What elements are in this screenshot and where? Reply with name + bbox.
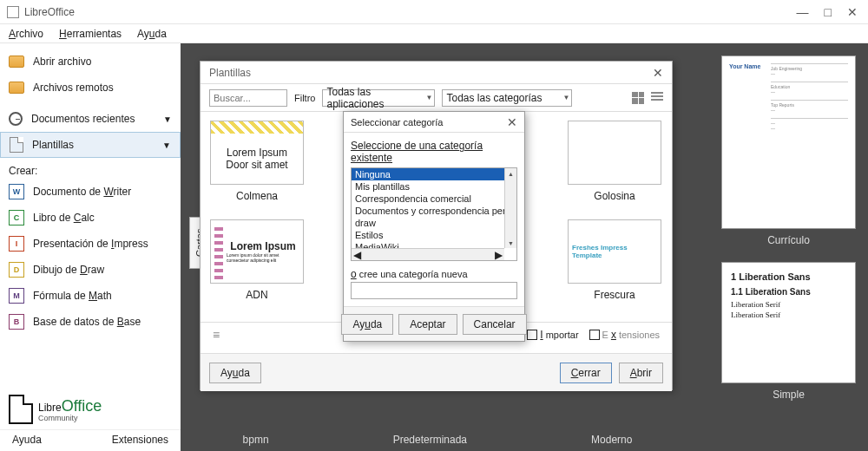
slide-title: Freshes Impress Template	[572, 244, 657, 259]
extensions-action[interactable]: Extensiones	[589, 329, 660, 341]
heading: 1 Liberation Sans	[731, 271, 846, 282]
close-button[interactable]: ✕	[847, 5, 858, 19]
import-action[interactable]: Importar	[527, 329, 578, 341]
sidebar-new-calc[interactable]: C Libro de Calc	[0, 205, 181, 231]
app-title: LibreOffice	[24, 6, 797, 18]
calc-icon: C	[9, 210, 24, 226]
dialog-title: Plantillas	[209, 67, 653, 79]
thumb-label: Simple	[773, 389, 805, 401]
new-category-input[interactable]	[351, 282, 517, 299]
draw-icon: D	[9, 262, 24, 278]
help-button[interactable]: Ayuda	[209, 363, 261, 383]
sidebar-item-label: Dibujo de Draw	[33, 264, 104, 276]
filter-category-combo[interactable]: Todas las categorías▼	[442, 89, 572, 107]
filter-label: Filtro	[294, 93, 315, 103]
accept-button[interactable]: Aceptar	[398, 314, 457, 335]
sidebar-templates[interactable]: Plantillas ▼	[0, 132, 181, 158]
template-thumb-curriculo[interactable]: Your Name Job Engineering— Education— To…	[721, 56, 856, 246]
sidebar-item-label: Presentación de Impress	[33, 238, 148, 250]
sidebar-new-draw[interactable]: D Dibujo de Draw	[0, 257, 181, 283]
menu-archivo[interactable]: AArchivorchivo	[9, 28, 43, 40]
open-button[interactable]: Abrir	[619, 363, 663, 383]
menu-icon[interactable]: ≡	[213, 328, 220, 342]
sidebar-item-label: Documentos recientes	[31, 113, 135, 125]
thumb-label: bpmn	[243, 434, 269, 446]
logo: LibreOffice Community	[0, 389, 181, 429]
sidebar-new-impress[interactable]: I Presentación de Impress	[0, 231, 181, 257]
category-item[interactable]: Correspondencia comercial	[352, 193, 504, 205]
close-button[interactable]: Cerrar	[560, 363, 612, 383]
list-view-icon[interactable]	[651, 92, 663, 104]
start-sidebar: Abrir archivo Archivos remotos Documento…	[0, 43, 181, 451]
sidebar-item-label: Base de datos de Base	[33, 316, 141, 328]
thumb-label: Currículo	[767, 234, 810, 246]
horizontal-scrollbar[interactable]: ◀▶	[352, 248, 504, 260]
sidebar-item-label: Plantillas	[32, 139, 74, 151]
maximize-button[interactable]: □	[825, 5, 832, 19]
dialog-title: Seleccionar categoría	[351, 117, 507, 127]
slide-title: CANDY TEMPLATE	[572, 141, 657, 165]
template-label: ADN	[246, 289, 267, 301]
writer-icon: W	[9, 184, 24, 199]
category-item[interactable]: Mis plantillas	[352, 180, 504, 193]
slide-title: Lorem Ipsum	[230, 240, 295, 252]
thumb-label: Predeterminada	[393, 434, 467, 446]
grid-view-icon[interactable]	[632, 92, 644, 104]
combo-value: Todas las aplicaciones	[326, 86, 431, 110]
search-input[interactable]	[209, 89, 287, 107]
extensions-icon	[589, 330, 600, 340]
category-item[interactable]: Ninguna	[352, 168, 504, 180]
sidebar-recent[interactable]: Documentos recientes ▼	[0, 106, 181, 132]
menu-ayuda[interactable]: Ayuda	[137, 28, 167, 40]
sidebar-remote-files[interactable]: Archivos remotos	[0, 75, 181, 101]
menubar: AArchivorchivo Herramientas Ayuda	[0, 24, 868, 43]
sidebar-item-label: Libro de Calc	[33, 212, 95, 224]
chevron-down-icon: ▼	[563, 94, 570, 101]
slide-subtitle: Door sit amet	[226, 159, 287, 171]
sidebar-item-label: Archivos remotos	[33, 82, 114, 94]
combo-value: Todas las categorías	[446, 92, 542, 104]
vertical-scrollbar[interactable]: ▲▼	[504, 168, 516, 248]
sidebar-help-link[interactable]: Ayuda	[12, 434, 42, 446]
category-item[interactable]: Documentos y correspondencia personal	[352, 205, 504, 217]
template-adn[interactable]: Lorem IpsumLorem ipsum dolor sit amet co…	[209, 219, 305, 301]
titlebar: LibreOffice — □ ✕	[0, 0, 868, 24]
close-icon[interactable]: ✕	[653, 66, 663, 80]
app-icon	[7, 6, 19, 18]
math-icon: M	[9, 288, 24, 304]
sidebar-extensions-link[interactable]: Extensiones	[112, 434, 168, 446]
logo-icon	[9, 395, 33, 424]
category-listbox[interactable]: Ninguna Mis plantillas Correspondencia c…	[351, 167, 517, 261]
category-item[interactable]: Estilos	[352, 229, 504, 241]
cancel-button[interactable]: Cancelar	[463, 314, 527, 335]
category-item[interactable]: draw	[352, 217, 504, 229]
logo-text: LibreOffice	[38, 397, 102, 415]
template-label: Colmena	[236, 190, 278, 202]
sidebar-item-label: Fórmula de Math	[33, 290, 112, 302]
category-dialog: Seleccionar categoría ✕ Seleccione de un…	[343, 111, 525, 342]
sidebar-item-label: Documento de Writer	[33, 186, 131, 198]
help-button[interactable]: Ayuda	[341, 314, 393, 335]
menu-herramientas[interactable]: Herramientas	[59, 28, 122, 40]
base-icon: B	[9, 314, 24, 330]
sidebar-new-writer[interactable]: W Documento de Writer	[0, 179, 181, 205]
template-frescura[interactable]: Freshes Impress Template Frescura	[567, 219, 662, 301]
sidebar-open-file[interactable]: Abrir archivo	[0, 49, 181, 75]
template-icon	[10, 137, 23, 153]
minimize-button[interactable]: —	[797, 5, 809, 19]
chevron-down-icon: ▼	[163, 114, 172, 124]
sidebar-new-math[interactable]: M Fórmula de Math	[0, 283, 181, 309]
import-icon	[527, 330, 537, 340]
sidebar-new-base[interactable]: B Base de datos de Base	[0, 309, 181, 335]
close-icon[interactable]: ✕	[507, 115, 517, 129]
template-golosina[interactable]: CANDY TEMPLATE Golosina	[567, 121, 662, 202]
filter-app-combo[interactable]: Todas las aplicaciones▼	[322, 89, 435, 107]
template-thumb-simple[interactable]: 1 Liberation Sans 1.1 Liberation Sans Li…	[721, 262, 856, 401]
template-label: Golosina	[594, 190, 635, 202]
template-colmena[interactable]: Lorem IpsumDoor sit amet Colmena	[209, 121, 305, 202]
new-category-label: o cree una categoría nueva	[351, 268, 517, 280]
template-label: Frescura	[594, 289, 635, 301]
body-text: Liberation Serif	[731, 310, 846, 319]
folder-icon	[9, 82, 24, 94]
body-text: Liberation Serif	[731, 300, 846, 309]
